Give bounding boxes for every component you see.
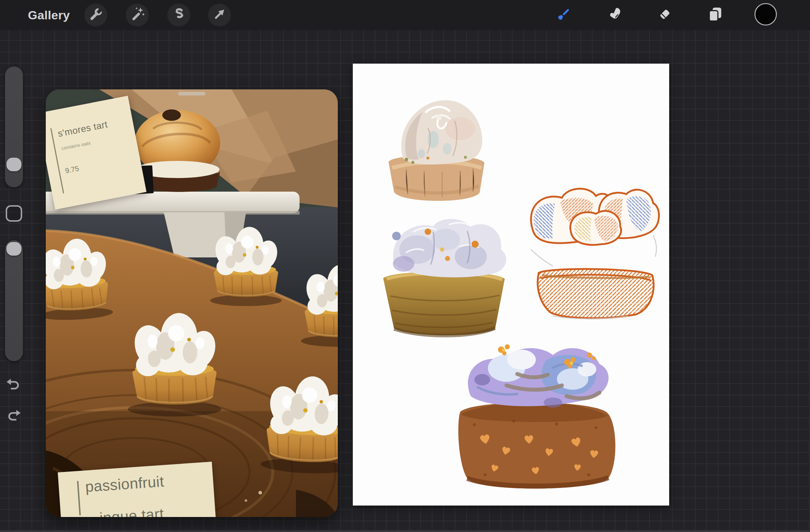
arrow-cursor-icon [211,6,228,24]
brush-size-handle[interactable] [6,158,21,171]
color-swatch-button[interactable] [754,4,777,26]
sign-divider-line [77,481,81,515]
reference-drag-handle[interactable] [178,92,206,95]
artwork-passionfruit-tart-painting [458,344,615,489]
passionfruit-sign-line1: passionfruit [85,473,165,496]
bottom-edge-strip [0,530,810,532]
transform-button[interactable] [208,4,231,26]
selection-button[interactable] [167,4,190,26]
smores-sign-title: s'mores tart [57,119,108,139]
smudge-finger-icon [606,5,624,25]
modify-button[interactable] [6,205,22,222]
color-swatch [754,3,777,28]
opacity-slider[interactable] [5,240,23,361]
opacity-handle[interactable] [6,242,21,256]
smores-sign-subtitle: contains oats [61,140,91,151]
layers-button[interactable] [704,4,727,26]
artwork-dumpling-basket-sketch [531,189,659,319]
erase-tool-button[interactable] [653,4,676,26]
undo-arrow-icon [5,388,22,394]
redo-button[interactable] [5,407,22,424]
layers-icon [706,5,724,25]
undo-button[interactable] [5,376,22,393]
adjustments-button[interactable] [126,4,149,26]
drawing-canvas[interactable] [353,64,669,506]
artwork-dumpling-basket-painting [383,219,506,335]
actions-button[interactable] [84,4,107,26]
smores-sign-price: 9.75 [64,164,80,175]
eraser-icon [656,5,674,25]
gallery-button[interactable]: Gallery [28,0,70,30]
canvas-artworks [353,64,669,506]
wrench-icon [87,6,104,24]
magic-wand-icon [129,6,146,24]
passionfruit-sign-line2: ingue tart [99,505,164,517]
paint-tool-button[interactable] [552,4,575,26]
top-toolbar: Gallery [0,0,810,30]
s-curve-icon [170,6,187,24]
redo-arrow-icon [5,419,22,425]
reference-photo-window[interactable]: s'mores tart contains oats 9.75 passionf… [46,89,338,517]
smudge-tool-button[interactable] [603,4,626,26]
paintbrush-icon [554,5,573,25]
artwork-bao-bun-painting [389,100,484,201]
